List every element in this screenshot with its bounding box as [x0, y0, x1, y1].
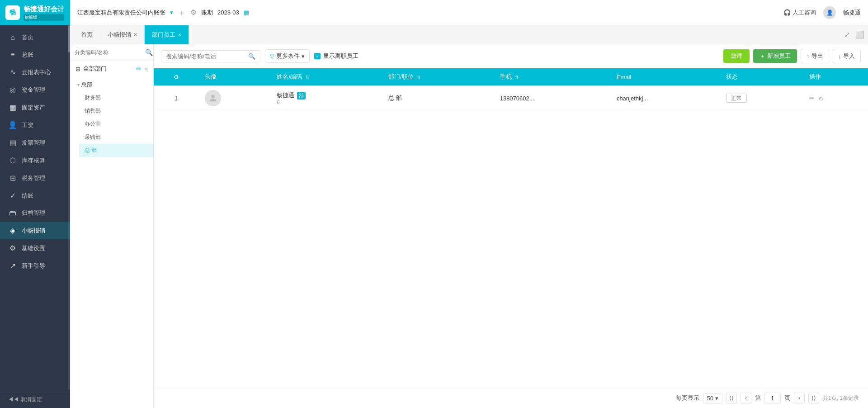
- export-label: 导出: [811, 52, 823, 60]
- dept-child-finance[interactable]: 财务部: [79, 91, 153, 104]
- col-email: Email: [610, 68, 720, 85]
- tab-expense[interactable]: 小畅报销 ×: [100, 25, 145, 44]
- add-company-icon[interactable]: ＋: [178, 7, 186, 18]
- page-first-button[interactable]: ⟨⟨: [726, 393, 737, 403]
- dept-edit-icon[interactable]: ✏: [136, 65, 142, 72]
- dept-child-purchase[interactable]: 采购部: [79, 131, 153, 144]
- company-dropdown-icon[interactable]: ▾: [170, 9, 173, 16]
- company-settings-icon[interactable]: ⚙: [190, 8, 197, 17]
- ledger-icon: ≡: [8, 51, 17, 59]
- sidebar-item-funds[interactable]: ◎ 资金管理: [0, 81, 70, 99]
- dept-child-office[interactable]: 办公室: [79, 118, 153, 131]
- per-page-dropdown-icon: ▾: [715, 395, 718, 402]
- topbar: 江西服宝精品有限责任公司内账张 ▾ ＋ ⚙ 账期 2023-03 ▦ 🎧 人工咨…: [70, 0, 868, 25]
- edit-icon[interactable]: ✏: [809, 95, 815, 102]
- sidebar-item-ledger[interactable]: ≡ 总账: [0, 46, 70, 63]
- sidebar-item-invoices[interactable]: ▤ 发票管理: [0, 134, 70, 152]
- filter-button[interactable]: ▽ 更多条件 ▾: [265, 49, 310, 63]
- unpin-button[interactable]: ◀◀ 取消固定: [0, 391, 70, 408]
- tab-home-label: 首页: [81, 31, 93, 39]
- page-unit: 页: [784, 394, 790, 402]
- guide-icon: ↗: [8, 261, 17, 270]
- toolbar: 🔍 ▽ 更多条件 ▾ ✓ 显示离职员工 邀请 ＋ 新增员工: [154, 44, 868, 68]
- per-page-value: 50: [707, 395, 713, 402]
- sidebar-item-label: 发票管理: [22, 139, 45, 147]
- sidebar-item-label: 资金管理: [22, 86, 45, 94]
- sidebar-item-wages[interactable]: 👤 工资: [0, 116, 70, 134]
- dept-search-icon[interactable]: 🔍: [145, 49, 153, 56]
- dept-collapse-icon[interactable]: «: [144, 65, 148, 72]
- logout-icon[interactable]: ⎋: [819, 95, 823, 102]
- sidebar-item-label: 工资: [22, 121, 33, 129]
- dept-all-label: 全部部门: [83, 65, 107, 73]
- employee-search-input[interactable]: [166, 53, 245, 60]
- sidebar-item-label: 云报表中心: [22, 68, 51, 76]
- sidebar-item-expense[interactable]: ◈ 小畅报销: [0, 222, 70, 239]
- dept-child-sales[interactable]: 销售部: [79, 104, 153, 118]
- col-name[interactable]: 姓名/编码 ⇅: [270, 68, 382, 85]
- logo-icon: 畅: [5, 5, 20, 20]
- page-last-button[interactable]: ⟩⟩: [808, 393, 819, 403]
- employee-table: ⚙ 头像 姓名/编码 ⇅ 部门/职位 ⇅ 手机 ⇅ Email 状态 操作 1: [154, 68, 868, 111]
- add-employee-button[interactable]: ＋ 新增员工: [753, 49, 797, 63]
- support-button[interactable]: 🎧 人工咨询: [783, 9, 816, 17]
- table-row: 1 畅捷通 部 0: [154, 85, 868, 111]
- employee-name: 畅捷通: [277, 91, 294, 100]
- row-index: 1: [154, 85, 198, 111]
- company-name: 江西服宝精品有限责任公司内账张: [77, 9, 165, 17]
- sidebar-item-home[interactable]: ⌂ 首页: [0, 29, 70, 46]
- import-button[interactable]: ↓ 导入: [833, 49, 861, 63]
- dept-search: 🔍: [70, 44, 153, 61]
- archive-icon: 🗃: [8, 209, 17, 217]
- page-input[interactable]: [764, 393, 781, 403]
- status-badge: 正常: [726, 94, 747, 103]
- tab-restore-icon[interactable]: ⤢: [844, 30, 850, 39]
- dept-badge: 部: [297, 92, 306, 100]
- col-dept[interactable]: 部门/职位 ⇅: [382, 68, 494, 85]
- dept-group-zongbu: ▾ 总部 财务部 销售部 办公室 采购部 总 部: [70, 78, 153, 157]
- period-value: 2023-03: [217, 9, 239, 16]
- tab-dept-label: 部门员工: [152, 31, 175, 39]
- tab-expense-close[interactable]: ×: [134, 32, 137, 38]
- dept-group-label: 总部: [81, 81, 92, 89]
- sidebar-item-tax[interactable]: ⊞ 税务管理: [0, 169, 70, 187]
- dept-all-header[interactable]: ⊞ 全部部门 ✏ «: [70, 61, 153, 76]
- tab-maximize-icon[interactable]: ⬜: [855, 30, 864, 39]
- tab-dept[interactable]: 部门员工 ×: [145, 25, 189, 44]
- funds-icon: ◎: [8, 85, 17, 94]
- logo-badge: 旗舰版: [24, 14, 64, 21]
- row-name: 畅捷通 部 0: [270, 85, 382, 111]
- per-page-select[interactable]: 50 ▾: [703, 393, 722, 403]
- sidebar-item-assets[interactable]: ▦ 固定资产: [0, 99, 70, 116]
- invite-button[interactable]: 邀请: [723, 49, 750, 63]
- sidebar-item-archive[interactable]: 🗃 归档管理: [0, 204, 70, 222]
- dept-search-input[interactable]: [75, 49, 142, 56]
- col-status: 状态: [720, 68, 803, 85]
- support-label: 人工咨询: [793, 9, 816, 17]
- sidebar-item-settings[interactable]: ⚙ 基础设置: [0, 239, 70, 257]
- sidebar-item-inventory[interactable]: ⬡ 库存核算: [0, 152, 70, 169]
- calendar-icon[interactable]: ▦: [244, 9, 249, 16]
- employee-search-icon[interactable]: 🔍: [248, 53, 255, 60]
- sidebar-item-reports[interactable]: ∿ 云报表中心: [0, 63, 70, 81]
- show-resigned-checkbox[interactable]: ✓: [314, 53, 321, 59]
- tabs-bar: 首页 小畅报销 × 部门员工 × ⤢ ⬜: [70, 25, 868, 44]
- show-resigned-toggle[interactable]: ✓ 显示离职员工: [314, 52, 359, 60]
- tab-home[interactable]: 首页: [74, 25, 100, 44]
- dept-child-general[interactable]: 总 部: [79, 144, 153, 157]
- page-next-button[interactable]: ›: [794, 393, 805, 403]
- row-dept: 总 部: [382, 85, 494, 111]
- col-settings[interactable]: ⚙: [154, 68, 198, 85]
- export-button[interactable]: ↑ 导出: [801, 49, 829, 63]
- sidebar-item-checkout[interactable]: ✓ 结账: [0, 187, 70, 204]
- export-icon: ↑: [807, 53, 810, 60]
- svg-point-0: [212, 95, 215, 98]
- toolbar-right: 邀请 ＋ 新增员工 ↑ 导出 ↓ 导入: [723, 49, 861, 63]
- sidebar-nav: ⌂ 首页 ≡ 总账 ∿ 云报表中心 ◎ 资金管理 ▦ 固定资产 👤 工资 ▤ 发…: [0, 25, 70, 391]
- username[interactable]: 畅捷通: [843, 9, 861, 17]
- tab-dept-close[interactable]: ×: [178, 32, 181, 38]
- checkout-icon: ✓: [8, 191, 17, 200]
- sidebar-item-guide[interactable]: ↗ 新手引导: [0, 257, 70, 275]
- page-prev-button[interactable]: ‹: [741, 393, 751, 403]
- col-phone[interactable]: 手机 ⇅: [494, 68, 610, 85]
